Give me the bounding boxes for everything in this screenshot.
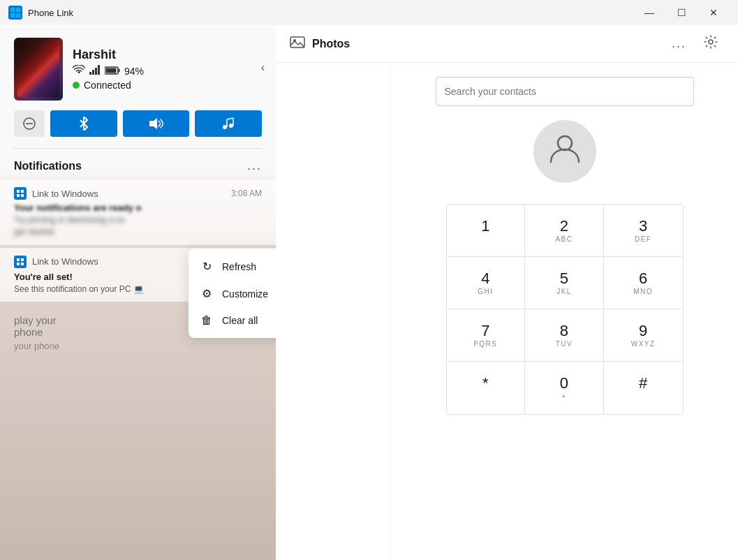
search-input[interactable] [436,77,694,106]
key-digit: 4 [481,271,489,286]
contact-avatar [533,120,596,183]
minimize-button[interactable]: — [633,1,665,24]
context-menu-customize-label: Customize [222,288,268,300]
key-digit: 2 [560,219,568,234]
dial-key-3[interactable]: 3 DEF [604,205,683,257]
key-digit: 8 [560,323,568,339]
notification-item: Link to Windows 3:08 AM Your notificatio… [0,180,276,245]
music-button[interactable] [195,110,262,137]
svg-rect-1 [16,8,20,12]
close-button[interactable]: ✕ [698,1,730,24]
settings-button[interactable] [698,31,724,56]
dial-key-5[interactable]: 5 JKL [525,257,604,309]
device-info: Harshit [0,25,276,110]
context-menu-refresh[interactable]: ↻ Refresh [189,253,276,280]
svg-rect-19 [17,190,20,193]
dial-key-star[interactable]: * [447,362,526,414]
svg-rect-2 [10,13,15,17]
device-status-icons: 94% [73,65,144,77]
dial-key-8[interactable]: 8 TUV [525,309,604,362]
svg-rect-4 [89,72,91,75]
header-actions: ... [666,31,724,56]
device-name: Harshit [73,47,144,62]
window-controls: — ☐ ✕ [633,1,730,24]
phone-left-sidebar [276,63,391,560]
key-letters: TUV [556,340,573,348]
device-image [17,41,59,97]
key-letters: DEF [635,235,652,243]
key-letters: + [561,392,566,400]
dial-key-2[interactable]: 2 ABC [525,205,604,257]
mute-button[interactable] [14,110,45,137]
svg-rect-3 [16,13,20,17]
dial-key-0[interactable]: 0 + [525,362,604,414]
key-digit: 3 [639,219,647,234]
key-digit: 0 [560,376,568,391]
dial-key-6[interactable]: 6 MNO [604,257,683,309]
dial-key-hash[interactable]: # [604,362,683,414]
photos-icon [290,34,305,53]
svg-rect-10 [106,68,117,73]
dial-key-4[interactable]: 4 GHI [447,257,526,309]
key-letters [484,235,487,243]
context-menu: ↻ Refresh ⚙ Customize 🗑 Clear all [189,249,276,338]
device-connection-status: Connected [73,80,144,91]
svg-rect-21 [17,194,20,197]
notif-time: 3:08 AM [231,189,262,198]
svg-line-18 [227,118,233,119]
maximize-button[interactable]: ☐ [665,1,698,24]
more-options-button[interactable]: ... [666,34,692,54]
status-indicator [73,82,80,89]
collapse-button[interactable]: ‹ [258,59,267,77]
notif-body: Try pinning or dismissing a noget starte… [14,214,262,238]
phone-content: 1 2 ABC 3 DEF 4 GHI [276,63,738,560]
svg-rect-7 [98,65,100,75]
notif-header: Link to Windows 3:08 AM [14,187,262,200]
right-header: Photos ... [276,25,738,63]
battery-percent: 94% [124,66,144,77]
notifications-more-button[interactable]: ... [247,159,262,173]
header-left: Photos [290,34,350,53]
svg-point-30 [558,136,572,150]
key-letters: ABC [555,235,573,243]
titlebar-left: Phone Link [8,6,73,20]
dial-key-9[interactable]: 9 WXYZ [604,309,683,362]
left-panel: Harshit [0,25,276,560]
key-letters: JKL [556,288,572,295]
dial-key-7[interactable]: 7 PQRS [447,309,526,362]
action-buttons [0,110,276,148]
key-letters [642,392,644,400]
notif-title: Your notifications are ready o [14,202,262,213]
trash-icon: 🗑 [200,314,214,327]
svg-rect-5 [92,70,94,75]
svg-point-15 [229,124,233,128]
context-menu-clear-label: Clear all [222,315,258,326]
notifications-title: Notifications [14,160,82,172]
svg-rect-22 [21,194,24,197]
key-digit: 9 [639,323,647,339]
svg-point-29 [709,40,713,44]
bluetooth-button[interactable] [50,110,117,137]
key-digit: 6 [639,271,647,286]
main-container: Harshit [0,25,738,560]
key-digit: 1 [481,219,489,234]
key-letters: GHI [478,288,493,295]
dial-key-1[interactable]: 1 [447,205,526,257]
avatar-placeholder-icon [547,131,582,172]
svg-rect-6 [95,68,97,75]
search-box [436,77,694,106]
notif-app-name: Link to Windows [32,256,98,267]
notif-app-icon [14,187,27,200]
sound-button[interactable] [123,110,190,137]
svg-point-14 [223,125,227,129]
titlebar: Phone Link — ☐ ✕ [0,0,738,25]
svg-marker-13 [149,118,157,129]
svg-rect-26 [21,263,24,265]
status-label: Connected [84,80,131,91]
context-menu-clear[interactable]: 🗑 Clear all [189,307,276,334]
app-title: Phone Link [28,8,73,18]
notifications-header: Notifications ... [0,149,276,180]
device-thumbnail [14,38,63,101]
context-menu-customize[interactable]: ⚙ Customize [189,280,276,307]
dial-pad: 1 2 ABC 3 DEF 4 GHI [446,204,684,415]
